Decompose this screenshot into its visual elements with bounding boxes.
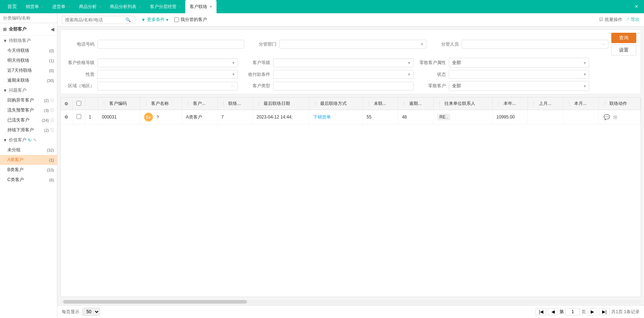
first-page-btn[interactable]: |◀	[536, 308, 547, 315]
nav-tab-analysis[interactable]: 商品分析 ×	[75, 0, 105, 13]
sidebar-all-customers[interactable]: ⊞ 全部客户 ◀	[0, 23, 57, 36]
dept-dropdown-icon: ▾	[421, 42, 423, 47]
person-dots-icon: ···	[601, 42, 605, 47]
toolbar-right: ☑ 批量操作 ↗ 导出	[599, 17, 640, 23]
batch-ops-btn[interactable]: ☑ 批量操作	[599, 17, 622, 23]
check-square-icon: ☑	[599, 17, 603, 22]
filter-price-level: 客户价格等级 ▾	[65, 59, 238, 67]
sidebar-item-tomorrow[interactable]: 明天待联络 (1)	[0, 56, 57, 66]
col-settings[interactable]: ⚙	[61, 98, 72, 110]
data-table-container: ⚙ ⋮ 客户编码 ⋮ 客户名称	[60, 97, 641, 297]
close-tab-purchase[interactable]: ×	[68, 4, 70, 9]
close-tab-sales[interactable]: ×	[41, 4, 43, 9]
sidebar-search-input[interactable]	[3, 15, 57, 21]
close-tab-customer-layer[interactable]: ×	[179, 4, 181, 9]
row-unit-contact: RE .	[433, 110, 493, 124]
grid-icon: ⊞	[3, 27, 7, 32]
info-icon-lost[interactable]: ⓘ	[50, 118, 54, 123]
nature-dropdown-icon: ▾	[232, 72, 235, 77]
table-body: ⚙ 1 000031 Ea ？ A类客户 7 2023-04-12 14:44:	[61, 110, 641, 124]
retail-attr-dropdown-icon: ▾	[584, 60, 586, 66]
nav-tab-sales[interactable]: 销货单 ×	[21, 0, 48, 13]
col-type: ⋮ 客户...	[182, 98, 217, 110]
toolbar-search-input[interactable]	[65, 17, 124, 22]
filter-region-select[interactable]: ···	[97, 82, 238, 91]
close-all-tabs[interactable]: ×	[632, 3, 641, 10]
nav-tab-purchase[interactable]: 进货单 ×	[48, 0, 74, 13]
region-dots-icon: ···	[231, 84, 235, 89]
sidebar-collapse-btn[interactable]: ◀	[51, 27, 54, 32]
filter-customer-level: 客户等级 ▾	[241, 59, 414, 67]
sidebar-item-declining[interactable]: 持续下滑客户 (2) ⓘ	[0, 125, 57, 135]
filter-payment-select[interactable]: ▾	[273, 70, 414, 79]
col-action: ⋮ 联络动作	[598, 98, 640, 110]
customer-avatar: Ea	[144, 113, 153, 121]
price-level-dropdown-icon: ▾	[232, 60, 235, 66]
more-filter-btn[interactable]: ▼ 更多条件 ▾	[138, 15, 171, 24]
sidebar-item-class-c[interactable]: C类客户 (6)	[0, 175, 57, 185]
col-code: ⋮ 客户编码	[98, 98, 140, 110]
filter-retail-attr-select[interactable]: 全部 ▾	[449, 58, 589, 68]
content-area: 🔍 ▼ 更多条件 ▾ 我分管的客户 ☑ 批量操作 ↗ 导出	[57, 13, 644, 318]
settings-btn[interactable]: 设置	[611, 45, 636, 56]
sidebar-item-7days[interactable]: 近7天待联络 (0)	[0, 66, 57, 75]
sidebar-item-lost[interactable]: 已流失客户 (24) ⓘ	[0, 115, 57, 125]
last-method-link[interactable]: 下销货单	[313, 114, 331, 120]
retail-dropdown-icon: ▾	[584, 84, 586, 89]
filter-status-select[interactable]: ▾	[449, 70, 589, 79]
info-icon-loss-warning[interactable]: ⓘ	[50, 108, 54, 113]
filter-customer-type-input[interactable]	[273, 82, 414, 91]
filter-price-level-select[interactable]: ▾	[97, 59, 238, 67]
horizontal-scrollbar[interactable]	[60, 300, 641, 304]
nav-tab-customer-contact[interactable]: 客户联络 ×	[185, 0, 216, 13]
export-btn[interactable]: ↗ 导出	[625, 17, 640, 23]
filter-customer-level-select[interactable]: ▾	[273, 59, 414, 67]
filter-region: 区域（地区） ···	[65, 82, 238, 91]
filter-person-input[interactable]: ···	[462, 40, 608, 49]
nav-home[interactable]: 首页	[3, 3, 21, 10]
sidebar-item-class-a[interactable]: A类客户 (1)	[0, 155, 57, 165]
filter-retail-select[interactable]: 全部 ▾	[449, 81, 589, 91]
page-size-select[interactable]: 50	[82, 308, 100, 316]
sidebar-item-today[interactable]: 今天待联络 (0)	[0, 46, 57, 56]
query-btn[interactable]: 查询	[611, 33, 636, 43]
info-icon-repurchase[interactable]: ⓘ	[50, 98, 54, 103]
close-tab-analysis-list[interactable]: ×	[139, 4, 141, 9]
scrollbar-thumb[interactable]	[63, 300, 247, 304]
edit-group-icon[interactable]: ✎	[33, 138, 37, 143]
sidebar-group-problems[interactable]: ▼ 问题客户	[0, 85, 57, 95]
row-select-checkbox[interactable]	[76, 114, 81, 119]
nav-tab-customer-layer[interactable]: 客户分层经营 ×	[146, 0, 185, 13]
prev-page-btn[interactable]: ◀	[548, 308, 558, 315]
refresh-icon[interactable]: ↻	[28, 138, 32, 143]
pagination: |◀ ◀ 第 页 ▶ ▶| 共1页 1条记录	[536, 308, 640, 315]
my-customer-checkbox[interactable]	[174, 17, 179, 22]
filter-customer-type-label: 客户类型	[241, 83, 270, 89]
info-icon-declining[interactable]: ⓘ	[50, 128, 54, 133]
filter-nature: 性质 ▾	[65, 70, 238, 79]
chat-action-icon[interactable]: 💬	[604, 114, 610, 120]
close-tab-customer-contact[interactable]: ×	[210, 4, 212, 9]
toolbar-search-icon[interactable]: 🔍	[125, 17, 131, 22]
filter-nature-select[interactable]: ▾	[97, 70, 238, 79]
more-action-icon[interactable]: ⊞	[613, 114, 618, 120]
nav-tab-analysis-list[interactable]: 商品分析列表 ×	[105, 0, 145, 13]
filter-phone-input[interactable]	[97, 40, 244, 49]
select-all-checkbox[interactable]	[76, 101, 81, 106]
data-table: ⚙ ⋮ 客户编码 ⋮ 客户名称	[61, 98, 641, 124]
page-input[interactable]	[565, 308, 580, 315]
close-tab-analysis[interactable]: ×	[99, 4, 101, 9]
sidebar-item-ungrouped[interactable]: 未分组 (32)	[0, 145, 57, 155]
sidebar-item-overdue[interactable]: 逾期未联络 (30)	[0, 75, 57, 85]
row-settings[interactable]: ⚙	[61, 110, 72, 124]
sidebar-item-repurchase-abnormal[interactable]: 回购异常客户 (2) ⓘ	[0, 95, 57, 105]
filter-dept-select[interactable]: ▾	[279, 40, 426, 49]
next-page-btn[interactable]: ▶	[587, 308, 597, 315]
sidebar-group-value[interactable]: ▼ 价值客户 ↻ ✎	[0, 135, 57, 145]
sidebar-item-loss-warning[interactable]: 流失预警客户 (3) ⓘ	[0, 105, 57, 115]
page-label: 第	[559, 309, 564, 315]
page-total: 页	[582, 309, 586, 315]
sidebar-item-class-b[interactable]: B类客户 (33)	[0, 165, 57, 175]
last-page-btn[interactable]: ▶|	[599, 308, 610, 315]
sidebar-group-pending[interactable]: ▼ 待联络客户	[0, 36, 57, 46]
